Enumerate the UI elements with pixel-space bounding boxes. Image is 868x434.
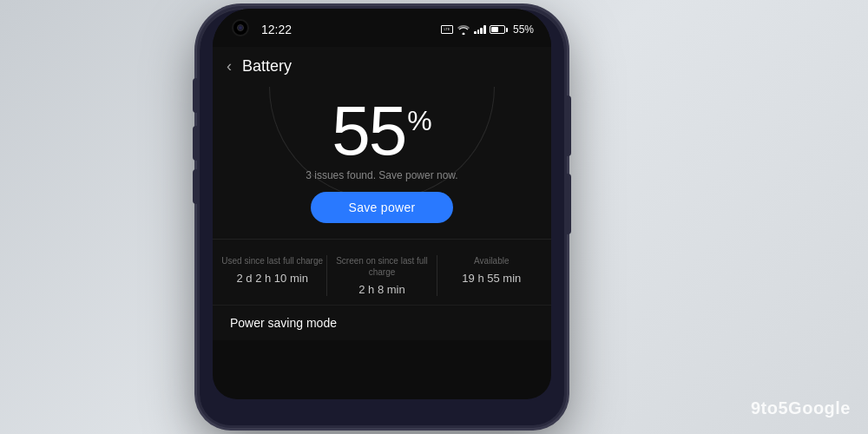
battery-percent-status: 55% <box>513 23 534 36</box>
stat-divider-1 <box>326 255 327 296</box>
page-title: Battery <box>242 57 292 76</box>
save-power-button[interactable]: Save power <box>311 192 454 223</box>
stats-row: Used since last full charge 2 d 2 h 10 m… <box>213 239 551 305</box>
app-content: ‹ Battery 55 % 3 issues found. Save powe… <box>213 47 551 340</box>
wifi-icon <box>457 24 470 35</box>
stat-used-label: Used since last full charge <box>221 255 323 266</box>
battery-percent-container: 55 % 3 issues found. Save power now. Sav… <box>213 82 551 230</box>
watermark: 9to5Google <box>751 398 851 418</box>
stat-screen-on: Screen on since last full charge 2 h 8 m… <box>331 255 432 296</box>
scene: 12:22 LTE <box>0 0 868 434</box>
battery-percent-display: 55 % <box>332 96 431 166</box>
stat-available-value: 19 h 55 min <box>462 272 521 285</box>
nav-bar: ‹ Battery <box>213 47 551 82</box>
power-mode-row[interactable]: Power saving mode <box>213 305 551 340</box>
stat-available-label: Available <box>474 255 509 266</box>
camera-cutout <box>232 19 249 36</box>
main-content: 55 % 3 issues found. Save power now. Sav… <box>213 82 551 340</box>
battery-percent-symbol: % <box>407 107 431 135</box>
status-icons: LTE <box>441 23 534 36</box>
screen: 12:22 LTE <box>213 9 551 399</box>
network-indicator: LTE <box>441 25 453 34</box>
phone-body: 12:22 LTE <box>200 9 564 425</box>
power-mode-label: Power saving mode <box>230 316 337 330</box>
stat-used-value: 2 d 2 h 10 min <box>236 272 307 285</box>
signal-strength-icon <box>474 25 486 34</box>
stat-divider-2 <box>437 255 437 296</box>
stat-screen-value: 2 h 8 min <box>358 283 404 296</box>
battery-number: 55 <box>332 96 405 166</box>
back-button[interactable]: ‹ <box>227 57 232 76</box>
battery-status-icon <box>490 25 508 34</box>
camera-lens <box>237 24 244 31</box>
stat-screen-label: Screen on since last full charge <box>331 255 432 278</box>
stat-available: Available 19 h 55 min <box>441 255 542 296</box>
status-time: 12:22 <box>261 23 292 36</box>
status-bar: 12:22 LTE <box>213 9 551 47</box>
issues-text: 3 issues found. Save power now. <box>306 169 457 181</box>
stat-used-since: Used since last full charge 2 d 2 h 10 m… <box>221 255 323 296</box>
